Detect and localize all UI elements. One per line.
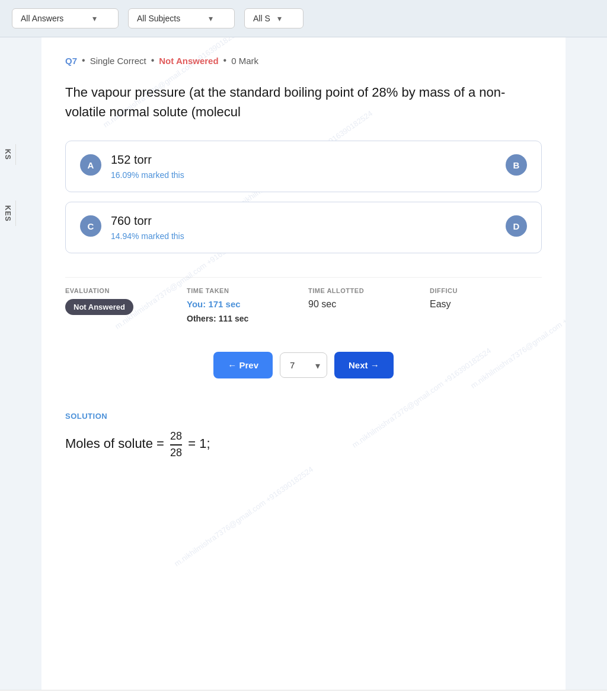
dot-1: • — [82, 55, 85, 66]
dot-3: • — [223, 55, 227, 66]
navigation-row: ← Prev 7 1 2 3 4 5 6 8 Next → — [65, 342, 542, 388]
question-number: Q7 — [65, 56, 77, 66]
eval-status-badge: Not Answered — [65, 299, 133, 315]
page-selector-wrap[interactable]: 7 1 2 3 4 5 6 8 — [280, 352, 327, 378]
eval-you-time: You: 171 sec — [187, 299, 299, 309]
all-subjects-dropdown[interactable]: All Subjects — [128, 8, 235, 28]
eval-difficulty-col: DIFFICU Easy — [430, 287, 542, 323]
eval-time-allotted-col: TIME ALLOTTED 90 sec — [308, 287, 420, 323]
option-c-badge: C — [80, 215, 101, 237]
next-button[interactable]: Next → — [334, 352, 394, 378]
dropdown1-label: All Answers — [21, 14, 63, 23]
solution-suffix: = 1; — [188, 436, 210, 451]
page-selector[interactable]: 7 1 2 3 4 5 6 8 — [280, 352, 327, 378]
evaluation-section: EVALUATION Not Answered TIME TAKEN You: … — [65, 277, 542, 323]
option-b-badge: B — [506, 154, 527, 176]
bottom-bar: ≡ — [0, 690, 607, 700]
fraction-denominator: 28 — [170, 446, 182, 460]
all-answers-dropdown[interactable]: All Answers — [12, 8, 119, 28]
option-a-content: 152 torr 16.09% marked this — [111, 153, 496, 180]
dropdown2-label: All Subjects — [137, 14, 180, 23]
eval-difficulty-value: Easy — [430, 299, 542, 310]
option-c-card[interactable]: C 760 torr 14.94% marked this D — [65, 202, 542, 253]
eval-label: EVALUATION — [65, 287, 177, 294]
eval-difficulty-label: DIFFICU — [430, 287, 542, 294]
solution-label: SOLUTION — [65, 412, 542, 421]
solution-text: Moles of solute = 28 28 = 1; — [65, 430, 542, 459]
option-a-percent: 16.09% marked this — [111, 170, 496, 180]
solution-prefix: Moles of solute = — [65, 436, 168, 451]
question-status: Not Answered — [159, 56, 218, 66]
prev-button[interactable]: ← Prev — [213, 352, 273, 378]
fraction: 28 28 — [170, 430, 182, 459]
question-meta: Q7 • Single Correct • Not Answered • 0 M… — [65, 55, 542, 66]
question-marks: 0 Mark — [231, 56, 258, 66]
eval-status-col: EVALUATION Not Answered — [65, 287, 177, 323]
option-d-badge: D — [506, 215, 527, 237]
sidebar-kes-label: KES — [0, 201, 16, 227]
dropdown3-label: All S — [253, 14, 270, 23]
eval-time-allotted-value: 90 sec — [308, 299, 420, 310]
eval-others-time: Others: 111 sec — [187, 314, 299, 323]
prev-label: ← Prev — [228, 360, 258, 370]
watermark-5: m.nikhilmishra7376@gmail.com +9163901825… — [172, 464, 315, 568]
question-text: The vapour pressure (at the standard boi… — [65, 82, 542, 122]
fraction-numerator: 28 — [170, 430, 182, 446]
top-bar: All Answers All Subjects All S — [0, 0, 607, 37]
eval-time-taken-col: TIME TAKEN You: 171 sec Others: 111 sec — [187, 287, 299, 323]
eval-time-taken-label: TIME TAKEN — [187, 287, 299, 294]
question-type: Single Correct — [90, 56, 146, 66]
sidebar-ks-label: KS — [0, 144, 16, 165]
next-label: Next → — [349, 360, 379, 370]
eval-time-allotted-label: TIME ALLOTTED — [308, 287, 420, 294]
all-s-dropdown[interactable]: All S — [244, 8, 304, 28]
option-a-value: 152 torr — [111, 153, 496, 167]
option-a-card[interactable]: A 152 torr 16.09% marked this B — [65, 141, 542, 192]
option-c-value: 760 torr — [111, 214, 496, 228]
dot-2: • — [151, 55, 155, 66]
option-c-percent: 14.94% marked this — [111, 231, 496, 241]
solution-section: SOLUTION Moles of solute = 28 28 = 1; — [65, 407, 542, 459]
main-content: m.nikhilmishra7376@gmail.com +9163901825… — [41, 37, 566, 690]
option-c-content: 760 torr 14.94% marked this — [111, 214, 496, 241]
option-a-badge: A — [80, 154, 101, 176]
options-container: A 152 torr 16.09% marked this B C 760 to… — [65, 141, 542, 253]
